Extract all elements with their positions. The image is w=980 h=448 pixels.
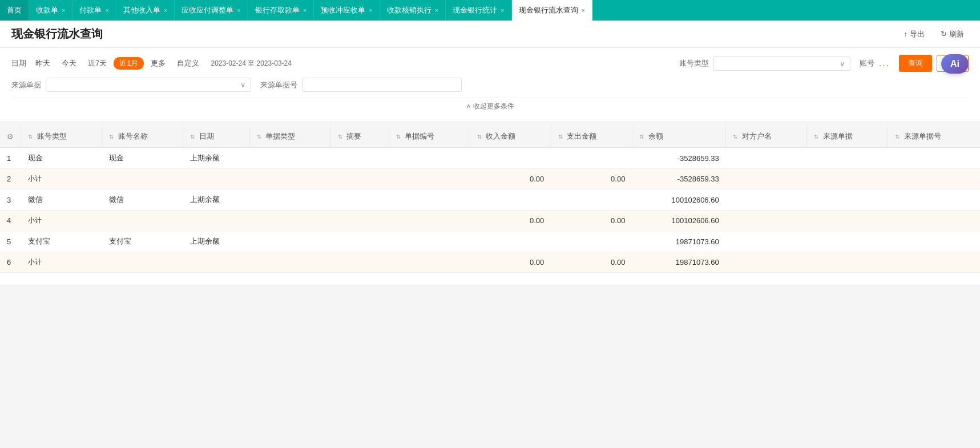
col-summary[interactable]: ⇅ 摘要 [330,126,389,148]
col-source-doc-num[interactable]: ⇅ 来源单据号 [888,126,980,148]
sort-icon: ⇅ [109,134,114,140]
header-actions: ↑ 导出 ↻ 刷新 [900,27,969,42]
cell-doc-number [389,211,470,231]
cell-doc-number [389,231,470,252]
cell-source-doc-num [888,211,980,231]
col-expense[interactable]: ⇅ 支出金额 [551,126,632,148]
nav-tab-other-income[interactable]: 其他收入单 × [116,0,175,21]
cell-counterpart [726,252,807,273]
cell-date [183,252,250,273]
cell-expense: 0.00 [551,211,632,231]
top-navigation: 首页 收款单 × 付款单 × 其他收入单 × 应收应付调整单 × 银行存取款单 … [0,0,980,21]
nav-tab-bank-deposit-close[interactable]: × [303,7,306,14]
nav-tab-payment[interactable]: 付款单 × [72,0,116,21]
filter-area: 日期 昨天 今天 近7天 近1月 更多 自定义 2023-02-24 至 202… [0,48,980,122]
cell-doc-number [389,169,470,189]
nav-tab-payment-close[interactable]: × [105,7,108,14]
page-header: 现金银行流水查询 ↑ 导出 ↻ 刷新 [0,21,980,48]
cell-income [470,231,551,252]
nav-tab-receipt-label: 收款单 [36,5,58,15]
nav-tab-collection[interactable]: 收款核销执行 × [380,0,446,21]
nav-tab-payment-label: 付款单 [79,5,102,15]
cell-balance: 19871073.60 [632,231,725,252]
date-opt-custom[interactable]: 自定义 [172,57,204,70]
col-balance[interactable]: ⇅ 余额 [632,126,725,148]
cell-source-doc-num [888,148,980,169]
source-doc-select[interactable]: ∨ [46,78,251,92]
cell-source-doc-num [888,169,980,189]
refresh-button[interactable]: ↻ 刷新 [936,27,969,42]
date-opt-yesterday[interactable]: 昨天 [31,57,55,70]
date-opt-today[interactable]: 今天 [57,57,81,70]
account-type-select[interactable]: ∨ [713,56,850,71]
cell-income: 0.00 [470,169,551,189]
cell-account-name: 微信 [102,189,183,211]
nav-tab-other-income-close[interactable]: × [164,7,167,14]
cell-summary [330,148,389,169]
sort-icon: ⇅ [895,134,900,140]
cell-account-type: 现金 [21,148,102,169]
filter-row-2: 来源单据 ∨ 来源单据号 [11,78,969,92]
cell-source-doc-num [888,231,980,252]
sort-icon: ⇅ [558,134,563,140]
col-account-name[interactable]: ⇅ 账号名称 [102,126,183,148]
sort-icon: ⇅ [190,134,195,140]
account-label: 账号 [860,58,874,68]
cell-account-name: 现金 [102,148,183,169]
refresh-label: 刷新 [949,29,964,39]
cell-counterpart [726,189,807,211]
cell-index: 6 [0,252,21,273]
col-source-doc[interactable]: ⇅ 来源单据 [807,126,888,148]
source-doc-label: 来源单据 [11,80,41,90]
cell-income: 0.00 [470,211,551,231]
nav-tab-home[interactable]: 首页 [0,0,29,21]
account-type-filter-group: 账号类型 ∨ [679,56,850,71]
query-button[interactable]: 查询 [899,55,932,72]
nav-tab-adjustment[interactable]: 应收应付调整单 × [175,0,248,21]
cell-doc-type [249,148,330,169]
cell-doc-number [389,148,470,169]
nav-tab-bank-deposit[interactable]: 银行存取款单 × [248,0,314,21]
export-button[interactable]: ↑ 导出 [900,27,930,42]
nav-tab-prepayment-close[interactable]: × [369,7,372,14]
nav-tab-bank-stats[interactable]: 现金银行统计 × [446,0,511,21]
cell-balance: -3528659.33 [632,148,725,169]
nav-tab-cashflow[interactable]: 现金银行流水查询 × [512,0,592,21]
col-date[interactable]: ⇅ 日期 [183,126,250,148]
sort-icon: ⇅ [28,134,33,140]
account-dots-button[interactable]: ... [879,58,890,68]
cell-balance: 19871073.60 [632,252,725,273]
nav-tab-cashflow-label: 现金银行流水查询 [519,5,578,15]
cell-expense [551,148,632,169]
cell-counterpart [726,211,807,231]
cell-doc-number [389,189,470,211]
table-settings-icon[interactable]: ⚙ [7,132,14,141]
date-opt-more[interactable]: 更多 [146,57,170,70]
col-doc-type[interactable]: ⇅ 单据类型 [249,126,330,148]
cell-income [470,148,551,169]
col-doc-number[interactable]: ⇅ 单据编号 [389,126,470,148]
nav-tab-cashflow-close[interactable]: × [582,7,585,14]
nav-tab-bank-stats-close[interactable]: × [501,7,504,14]
nav-tab-prepayment[interactable]: 预收冲应收单 × [314,0,380,21]
date-opt-7days[interactable]: 近7天 [83,57,111,70]
col-counterpart[interactable]: ⇅ 对方户名 [726,126,807,148]
source-doc-num-input[interactable] [302,78,462,92]
nav-tab-receipt[interactable]: 收款单 × [29,0,72,21]
cell-source-doc-num [888,189,980,211]
cell-account-type: 小计 [21,252,102,273]
col-income[interactable]: ⇅ 收入金额 [470,126,551,148]
date-opt-1month[interactable]: 近1月 [114,57,144,70]
collapse-bar[interactable]: ∧ 收起更多条件 [11,98,969,115]
nav-tab-prepayment-label: 预收冲应收单 [321,5,365,15]
cell-index: 3 [0,189,21,211]
filter-row-1: 日期 昨天 今天 近7天 近1月 更多 自定义 2023-02-24 至 202… [11,55,969,72]
source-doc-chevron-icon: ∨ [240,80,246,89]
nav-tab-receipt-close[interactable]: × [62,7,65,14]
ai-badge[interactable]: Ai [941,54,969,74]
cell-date: 上期余额 [183,148,250,169]
col-account-type[interactable]: ⇅ 账号类型 [21,126,102,148]
nav-tab-adjustment-close[interactable]: × [237,7,240,14]
nav-tab-collection-close[interactable]: × [435,7,438,14]
cell-doc-type [249,169,330,189]
